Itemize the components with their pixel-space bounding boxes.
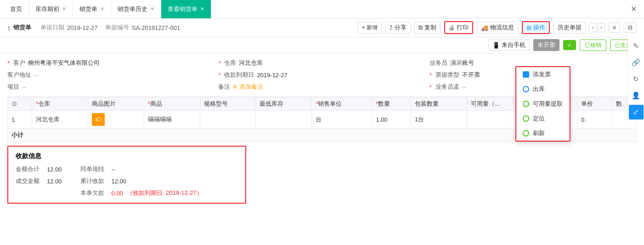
tab-sales-order-close[interactable]: ✕ (100, 6, 104, 12)
tab-bar: 首页 库存期初 ✕ 销货单 ✕ 销货单历史 ✕ 查看销货单 ✕ ✕ (0, 0, 644, 18)
share-button[interactable]: ⤴ 分享 (385, 22, 411, 34)
check-button[interactable]: ✓ (563, 40, 576, 50)
ticket-type-required-mark: * (429, 72, 432, 79)
tab-sales-history[interactable]: 销货单历史 ✕ (111, 0, 161, 18)
customer-field: * 客户 柳州粤港平安气体有限公司 (7, 59, 215, 67)
tab-home[interactable]: 首页 (4, 0, 29, 18)
doc-no-item: 单据编号 SA-20191227-001 (105, 23, 181, 32)
next-button[interactable]: › (598, 23, 605, 32)
refresh-icon (523, 130, 529, 137)
cell-quantity: 1.00 (372, 111, 411, 129)
col-min-stock: 最低库存 (256, 97, 312, 111)
payment-col-left: 金额合计 12.00 成交金额 12.00 (16, 165, 62, 197)
arrears-row: 本单欠款 0.00 （收款到期日: 2019-12-27） (80, 189, 203, 197)
add-remark-button[interactable]: ⊕ 添加备注 (233, 83, 263, 91)
operate-dropdown: 添发票 出库 可用量提取 定位 刷新 (515, 66, 571, 142)
not-open-ticket-button[interactable]: 未开票 (533, 39, 559, 51)
staff2-required-mark: * (429, 84, 432, 91)
tab-sales-order[interactable]: 销货单 ✕ (73, 0, 111, 18)
doc-date-item: 单据日期 2019-12-27 (40, 23, 98, 32)
from-phone-button[interactable]: 📱 来自手机 (488, 39, 530, 51)
tab-view-sales-order[interactable]: 查看销货单 ✕ (161, 0, 211, 18)
cell-warehouse: 河北仓库 (32, 111, 88, 129)
sidebar-user-icon[interactable]: 👤 (629, 88, 644, 103)
same-settle-row: 同单现结 -- (80, 165, 203, 173)
doc-type-icon: ↕ (7, 24, 11, 31)
payment-col-right: 同单现结 -- 累计收款 12.00 本单欠款 0.00 （收款到期日: 201… (80, 165, 203, 197)
remark-field: 备注 ⊕ 添加备注 (218, 83, 425, 91)
tab-sales-history-close[interactable]: ✕ (150, 6, 154, 12)
cell-min-stock (256, 111, 312, 129)
tab-inventory-init[interactable]: 库存期初 ✕ (29, 0, 73, 18)
dropdown-outbound[interactable]: 出库 (516, 82, 570, 97)
copy-button[interactable]: ⧉ 复制 (414, 22, 441, 34)
cell-product: 嗝嗝嗝嗝 (144, 111, 200, 129)
payment-date-required-mark: * (218, 72, 220, 79)
grid-view-button[interactable]: ≡ (609, 23, 620, 33)
warehouse-field: * 仓库 河北仓库 (218, 59, 425, 67)
right-sidebar: ✎ 🔗 ↻ 👤 ⤢ (627, 37, 644, 121)
add-invoice-icon (523, 71, 529, 78)
phone-icon: 📱 (492, 42, 500, 49)
doc-header: ↕ 销货单 单据日期 2019-12-27 单据编号 SA-20191227-0… (0, 18, 644, 37)
sidebar-expand-icon[interactable]: ⤢ (629, 105, 644, 120)
doc-actions: + 新增 ⤴ 分享 ⧉ 复制 🖨 打印 🚚 物流信息 (358, 21, 637, 34)
print-icon: 🖨 (449, 24, 455, 31)
available-extract-icon (523, 101, 529, 107)
col-warehouse: *仓库 (32, 97, 88, 111)
history-button[interactable]: 历史单据 (554, 22, 586, 34)
print-button[interactable]: 🖨 打印 (444, 21, 473, 34)
share-icon: ⤴ (390, 24, 393, 31)
sidebar-refresh-icon[interactable]: ↻ (629, 72, 644, 86)
new-button[interactable]: + 新增 (358, 22, 382, 34)
main-content: ↕ 销货单 单据日期 2019-12-27 单据编号 SA-20191227-0… (0, 18, 644, 245)
total-row: 金额合计 12.00 (16, 165, 62, 173)
logistics-button[interactable]: 🚚 物流信息 (477, 22, 518, 34)
list-view-button[interactable]: ⊟ (624, 23, 637, 33)
payment-date-field: * 收款到期日 2019-12-27 (218, 71, 425, 79)
col-spec: 规格型号 (200, 97, 256, 111)
tab-inventory-init-close[interactable]: ✕ (62, 6, 66, 12)
cell-no: 1 (8, 111, 32, 129)
doc-title: ↕ 销货单 (7, 23, 31, 32)
cell-spec (200, 111, 256, 129)
col-price: 单价 (577, 97, 612, 111)
cell-price: 0. (577, 111, 612, 129)
cumulative-row: 累计收款 12.00 (80, 177, 203, 185)
address-field: 客户地址 -- (7, 71, 215, 79)
dropdown-locate[interactable]: 定位 (516, 111, 570, 126)
cell-package-qty: 1台 (411, 111, 467, 129)
col-gear: ⚙ (8, 97, 32, 111)
payment-rows: 金额合计 12.00 成交金额 12.00 同单现结 -- 累计收款 (16, 165, 238, 197)
col-package-qty: 包装数量 (411, 97, 467, 111)
dropdown-add-invoice[interactable]: 添发票 (516, 67, 570, 82)
toolbar-row: 📱 来自手机 未开票 ✓ 已核销 已生效 (0, 37, 644, 53)
payment-title: 收款信息 (16, 152, 238, 160)
dropdown-available-extract[interactable]: 可用量提取 (516, 97, 570, 111)
tab-view-sales-order-close[interactable]: ✕ (200, 6, 204, 12)
col-quantity: *数量 (372, 97, 411, 111)
plus-icon: ⊕ (233, 83, 237, 90)
dropdown-refresh[interactable]: 刷新 (516, 126, 570, 141)
doc-meta: 单据日期 2019-12-27 单据编号 SA-20191227-001 (40, 23, 180, 32)
locate-icon (523, 115, 529, 122)
payment-section: 收款信息 金额合计 12.00 成交金额 12.00 同单现结 -- (7, 146, 246, 204)
project-field: 项目 -- (7, 83, 215, 91)
status-sold-button[interactable]: 已核销 (580, 40, 606, 51)
operate-button[interactable]: ⊞ 操作 (522, 21, 550, 34)
sidebar-link-icon[interactable]: 🔗 (629, 55, 644, 70)
operate-icon: ⊞ (526, 24, 531, 31)
nav-arrows: ‹ › (589, 23, 605, 32)
outbound-icon (523, 86, 529, 92)
col-product-image: 商品图片 (88, 97, 144, 111)
copy-icon: ⧉ (418, 24, 423, 31)
col-unit: *销售单位 (312, 97, 372, 111)
customer-required-mark: * (7, 60, 10, 67)
cell-product-image: 🏷 (88, 111, 144, 129)
col-product: *商品 (144, 97, 200, 111)
prev-button[interactable]: ‹ (589, 23, 597, 32)
deal-amount-row: 成交金额 12.00 (16, 177, 62, 185)
sidebar-edit-icon[interactable]: ✎ (629, 39, 644, 53)
warehouse-required-mark: * (218, 60, 220, 67)
global-close-icon[interactable]: ✕ (627, 5, 640, 13)
